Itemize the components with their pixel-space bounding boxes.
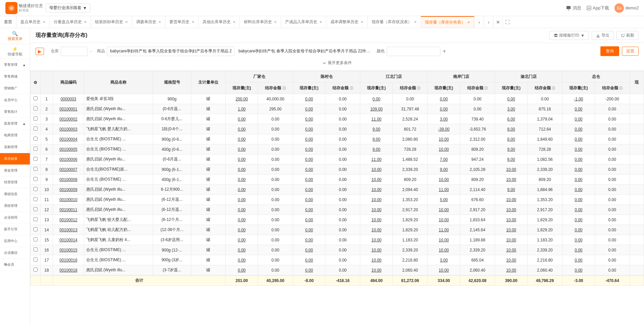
sidebar-item-apps[interactable]: 应用中心 [0, 235, 30, 247]
sidebar-item-retail-mgmt[interactable]: 零售管理 ▲ [0, 59, 30, 71]
footer-zc-qty: -3.00 [562, 275, 595, 286]
row-check[interactable] [31, 94, 41, 104]
na-qty: 0.00 [428, 94, 460, 104]
sidebar-item-operation[interactable]: 经营管理 [0, 177, 30, 188]
tab-fenpan[interactable]: 分量盘点单历史 ✕ [50, 16, 91, 28]
sidebar-item-enterprise[interactable]: 企业协同 [0, 212, 30, 224]
gear-icon[interactable]: ⚙ [34, 80, 37, 85]
print-btn[interactable]: 按模板打印 ▼ [549, 31, 589, 40]
row-check[interactable] [31, 215, 41, 225]
refresh-btn[interactable]: 刷新 [616, 31, 639, 40]
sidebar-item-member[interactable]: 会员中心 [0, 94, 30, 106]
table-wrapper[interactable]: ⚙ 商品编码 商品名称 规格型号 主计量单位 厂家仓 陈村仓 江北门店 南岸门店… [30, 71, 644, 324]
cj-amt: 0.00 [258, 134, 293, 144]
tab-home[interactable]: 首页 [0, 16, 16, 28]
more [630, 205, 644, 215]
warehouse-more-btn[interactable]: ··· [90, 49, 93, 54]
color-input[interactable] [387, 47, 440, 56]
tab-zuhe[interactable]: 组装拆卸单历史 ✕ [91, 16, 132, 28]
row-check[interactable] [31, 245, 41, 255]
close-icon[interactable]: ✕ [414, 20, 417, 24]
sidebar-item-marketing[interactable]: 营销推广 [0, 83, 30, 94]
na-qty: 11.00 [428, 185, 460, 195]
toggle-btn[interactable]: ▶ [36, 48, 44, 55]
tab-close-all-btn[interactable]: ✕ [493, 16, 502, 28]
sidebar-item-retail-mall[interactable]: 零售商城 [0, 71, 30, 83]
close-icon[interactable]: ✕ [319, 20, 322, 24]
sidebar-item-inventory[interactable]: 库存核算 [0, 153, 30, 165]
tab-diaobo[interactable]: 调拨单历史 ✕ [132, 16, 165, 28]
row-check[interactable] [31, 255, 41, 265]
sidebar-item-system[interactable]: 系统管理 [0, 200, 30, 212]
tab-cailiao[interactable]: 材料出库单历史 ✕ [240, 16, 281, 28]
row-check[interactable] [31, 114, 41, 124]
close-icon[interactable]: ✕ [192, 20, 194, 24]
close-icon[interactable]: ✕ [361, 20, 363, 24]
zc-qty: 0.00 [562, 195, 595, 205]
sidebar-item-members[interactable]: 畅会员 [0, 259, 30, 271]
sidebar-item-basic[interactable]: 基础信息 [0, 188, 30, 200]
filter-area: ▶ 仓库 ··· 商品 babycare孕妇待产包 春季入院全套母子组合孕妇产后… [30, 43, 644, 71]
row-check[interactable] [31, 185, 41, 195]
row-check[interactable] [31, 134, 41, 144]
jb-qty: 10.00 [360, 235, 393, 245]
row-check[interactable] [31, 175, 41, 185]
tab-qita[interactable]: 其他出库单历史 ✕ [199, 16, 240, 28]
cc-amt: 0.00 [325, 154, 360, 165]
tab-kucun-dist[interactable]: 现存量（库存分布表） ✕ [421, 16, 474, 28]
cc-amt: 0.00 [325, 235, 360, 245]
tab-chengben[interactable]: 成本调整单历史 ✕ [326, 16, 368, 28]
sidebar-search[interactable]: 🔍 搜索英单 [0, 28, 30, 44]
query-btn[interactable]: 查询 [600, 46, 619, 56]
store-selector[interactable]: 母婴行业演示陈套 ▼ [46, 3, 91, 12]
row-check[interactable] [31, 124, 41, 134]
user-info[interactable]: Ea demo2 [614, 3, 639, 13]
close-icon[interactable]: ✕ [158, 20, 161, 24]
close-icon[interactable]: ✕ [125, 20, 128, 24]
sidebar-item-purchase[interactable]: 采购管理 [0, 141, 30, 153]
row-check[interactable] [31, 205, 41, 215]
warehouse-input[interactable] [61, 47, 88, 56]
tab-fullscreen-btn[interactable]: ⛶ [502, 16, 512, 28]
tab-next-btn[interactable]: › [484, 16, 493, 28]
sidebar-item-wxwork[interactable]: 企业微信 [0, 247, 30, 259]
yb-amt: 2,060.40 [527, 265, 562, 276]
sidebar-item-guide[interactable]: 新手引导 [0, 224, 30, 235]
svg-rect-5 [555, 36, 557, 37]
close-icon[interactable]: ✕ [274, 20, 277, 24]
goods-input[interactable] [107, 47, 234, 56]
tab-prev-btn[interactable]: ‹ [474, 16, 484, 28]
row-check[interactable] [31, 104, 41, 114]
tab-kucun-status[interactable]: 现存量（库存状况表） ✕ [368, 16, 421, 28]
cj-amt: 0.00 [258, 165, 293, 175]
setting-btn[interactable]: 设置 [622, 47, 639, 56]
row-check[interactable] [31, 235, 41, 245]
color-dropdown-icon[interactable]: ▼ [442, 49, 446, 54]
sidebar-item-wholesale[interactable]: 批发管理 ▲ [0, 118, 30, 130]
expand-filter-btn[interactable]: 展开更多条件 [320, 59, 355, 67]
cc-amt: 0.00 [325, 134, 360, 144]
tab-yaohuo[interactable]: 要货单历史 ✕ [165, 16, 199, 28]
sidebar-item-ecommerce[interactable]: 电商管理 [0, 130, 30, 141]
tab-pandian[interactable]: 盘点单历史 ✕ [16, 16, 50, 28]
row-check[interactable] [31, 165, 41, 175]
sidebar-item-finance[interactable]: 资金管理 [0, 165, 30, 177]
tab-chanpin[interactable]: 产成品入库单历史 ✕ [281, 16, 326, 28]
sidebar-quick-nav[interactable]: ⚡ 快捷导航 [0, 44, 30, 59]
tab-bar: 首页 盘点单历史 ✕ 分量盘点单历史 ✕ 组装拆卸单历史 ✕ 调拨单历史 ✕ 要… [0, 16, 644, 28]
row-check[interactable] [31, 225, 41, 235]
close-icon[interactable]: ✕ [233, 20, 235, 24]
app-download-btn[interactable]: App下载 [587, 5, 609, 11]
row-check[interactable] [31, 265, 41, 276]
close-icon[interactable]: ✕ [467, 20, 470, 24]
row-check[interactable] [31, 195, 41, 205]
row-check[interactable] [31, 154, 41, 165]
close-icon[interactable]: ✕ [43, 20, 45, 24]
message-btn[interactable]: 消息 [566, 5, 581, 11]
export-btn[interactable]: 导出 [592, 31, 614, 40]
row-num: 18 [41, 265, 53, 276]
sidebar-item-retail-stat[interactable]: 零售统计 [0, 106, 30, 118]
row-check[interactable] [31, 144, 41, 154]
close-icon[interactable]: ✕ [84, 20, 87, 24]
jb-qty: 10.00 [360, 185, 393, 195]
